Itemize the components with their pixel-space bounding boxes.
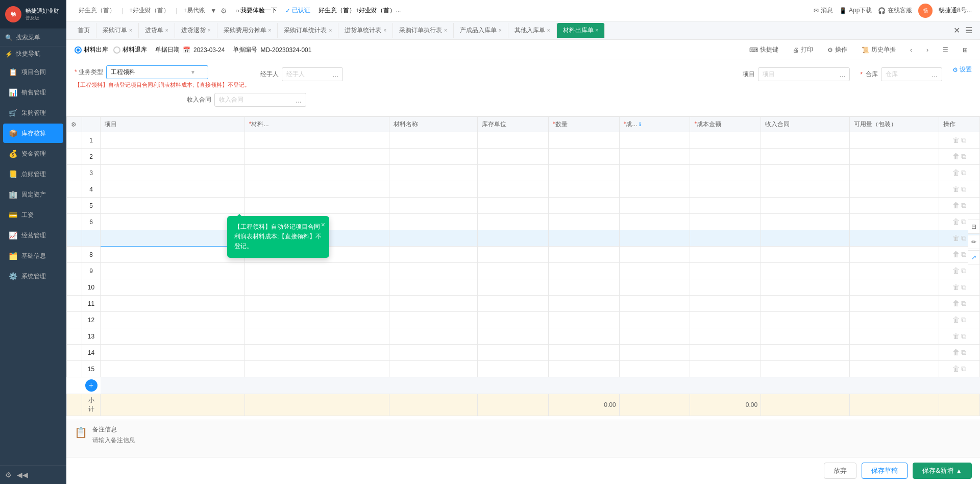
- copy-row-9[interactable]: ⧉: [961, 267, 966, 275]
- radio-material-out[interactable]: 材料出库: [75, 45, 108, 54]
- cell-unit-2[interactable]: [478, 149, 549, 165]
- discard-button[interactable]: 放弃: [824, 463, 856, 479]
- tab-close-7[interactable]: ×: [444, 28, 447, 33]
- cell-project-2[interactable]: [101, 149, 245, 165]
- copy-row-13[interactable]: ⧉: [961, 332, 966, 340]
- sidebar-item-purchase[interactable]: 🛒采购管理: [3, 103, 63, 123]
- cell-unit-1[interactable]: [478, 132, 549, 149]
- cell-name-12[interactable]: [389, 312, 477, 328]
- save-new-button[interactable]: 保存&新增 ▲: [913, 463, 972, 479]
- cell-qty-5[interactable]: [548, 198, 619, 214]
- cell-price-5[interactable]: [619, 198, 690, 214]
- cell-project-8[interactable]: [101, 247, 245, 263]
- cell-qty-2[interactable]: [548, 149, 619, 165]
- income-contract-input[interactable]: 收入合同 ...: [214, 93, 306, 107]
- cell-available-13[interactable]: [849, 328, 939, 345]
- cell-code-5[interactable]: [244, 198, 389, 214]
- tab-close-10[interactable]: ×: [596, 28, 599, 33]
- cell-amount-13[interactable]: [690, 328, 761, 345]
- tab-close-2[interactable]: ×: [165, 28, 168, 33]
- delete-row-4[interactable]: 🗑: [952, 185, 960, 193]
- tab-3[interactable]: 进货退货×: [175, 23, 217, 38]
- copy-row-1[interactable]: ⧉: [961, 136, 966, 144]
- cell-project-3[interactable]: [101, 165, 245, 181]
- tab-2[interactable]: 进货单×: [139, 23, 175, 38]
- cell-project-11[interactable]: [101, 296, 245, 312]
- online-service-btn[interactable]: 🎧 在线客服: [878, 6, 912, 15]
- cell-contract-9[interactable]: [761, 263, 849, 279]
- delete-row-9[interactable]: 🗑: [952, 267, 960, 275]
- cell-code-14[interactable]: [244, 345, 389, 361]
- cell-qty-14[interactable]: [548, 345, 619, 361]
- cell-available-2[interactable]: [849, 149, 939, 165]
- delete-row-14[interactable]: 🗑: [952, 348, 960, 356]
- cell-amount-3[interactable]: [690, 165, 761, 181]
- cell-qty-10[interactable]: [548, 279, 619, 296]
- tab-close-3[interactable]: ×: [208, 28, 211, 33]
- delete-row-1[interactable]: 🗑: [952, 136, 960, 144]
- cell-project-9[interactable]: [101, 263, 245, 279]
- cell-name-11[interactable]: [389, 296, 477, 312]
- cell-code-10[interactable]: [244, 279, 389, 296]
- cell-available-4[interactable]: [849, 181, 939, 198]
- project-input[interactable]: 项目 ...: [758, 67, 850, 81]
- cell-name-4[interactable]: [389, 181, 477, 198]
- cell-price-3[interactable]: [619, 165, 690, 181]
- cell-code-12[interactable]: [244, 312, 389, 328]
- sidebar-item-finance[interactable]: 💰资金管理: [3, 144, 63, 163]
- cell-project-5[interactable]: [101, 198, 245, 214]
- nav-item-2[interactable]: +易代账: [179, 4, 209, 17]
- cell-name-5[interactable]: [389, 198, 477, 214]
- project-dots[interactable]: ...: [840, 70, 846, 79]
- cell-price-13[interactable]: [619, 328, 690, 345]
- copy-row-14[interactable]: ⧉: [961, 348, 966, 356]
- delete-row-6[interactable]: 🗑: [952, 217, 960, 226]
- cell-contract-10[interactable]: [761, 279, 849, 296]
- cell-name-1[interactable]: [389, 132, 477, 149]
- delete-row-11[interactable]: 🗑: [952, 299, 960, 307]
- cell-project-7[interactable]: [101, 230, 245, 247]
- nav-arrow[interactable]: ▼: [210, 7, 216, 14]
- copy-row-6[interactable]: ⧉: [961, 217, 966, 226]
- cell-name-14[interactable]: [389, 345, 477, 361]
- delete-row-8[interactable]: 🗑: [952, 250, 960, 258]
- cell-price-11[interactable]: [619, 296, 690, 312]
- cell-unit-10[interactable]: [478, 279, 549, 296]
- tab-close-5[interactable]: ×: [329, 28, 332, 33]
- print-btn[interactable]: 🖨 打印: [789, 44, 817, 56]
- cell-project-4[interactable]: [101, 181, 245, 198]
- cell-qty-1[interactable]: [548, 132, 619, 149]
- cell-unit-12[interactable]: [478, 312, 549, 328]
- right-tool-2[interactable]: ✏: [968, 235, 980, 249]
- cell-amount-2[interactable]: [690, 149, 761, 165]
- copy-row-15[interactable]: ⧉: [961, 365, 966, 373]
- topbar-settings-icon[interactable]: ⚙: [220, 7, 227, 15]
- cell-unit-6[interactable]: [478, 214, 549, 230]
- cell-amount-11[interactable]: [690, 296, 761, 312]
- copy-row-5[interactable]: ⧉: [961, 201, 966, 209]
- cell-amount-6[interactable]: [690, 214, 761, 230]
- app-download-btn[interactable]: 📱 App下载: [839, 6, 872, 15]
- cell-unit-9[interactable]: [478, 263, 549, 279]
- history-btn[interactable]: 📜 历史单据: [857, 44, 900, 56]
- cell-code-11[interactable]: [244, 296, 389, 312]
- cell-amount-15[interactable]: [690, 361, 761, 377]
- sidebar-search[interactable]: 🔍 搜索菜单: [0, 29, 66, 46]
- cell-code-1[interactable]: [244, 132, 389, 149]
- cell-qty-9[interactable]: [548, 263, 619, 279]
- tab-10[interactable]: 材料出库单×: [557, 23, 605, 38]
- quick-nav[interactable]: ⚡ 快捷导航: [0, 46, 66, 61]
- sidebar-item-ledger[interactable]: 📒总账管理: [3, 164, 63, 184]
- cell-code-9[interactable]: [244, 263, 389, 279]
- cell-project-10[interactable]: [101, 279, 245, 296]
- cell-amount-12[interactable]: [690, 312, 761, 328]
- message-btn[interactable]: ✉ 消息: [814, 6, 833, 15]
- settings-btn[interactable]: ⚙ 设置: [952, 65, 972, 74]
- sidebar-item-salary[interactable]: 💳工资: [3, 205, 63, 225]
- cell-price-7[interactable]: [619, 230, 690, 247]
- cell-code-3[interactable]: [244, 165, 389, 181]
- shortcut-btn[interactable]: ⌨ 快捷键: [745, 44, 782, 56]
- cell-available-11[interactable]: [849, 296, 939, 312]
- table-wrapper[interactable]: ⚙ 项目 *材料... 材料名称 库存单位 *数量 *成... ℹ *成本金额 …: [66, 116, 980, 420]
- cell-available-8[interactable]: [849, 247, 939, 263]
